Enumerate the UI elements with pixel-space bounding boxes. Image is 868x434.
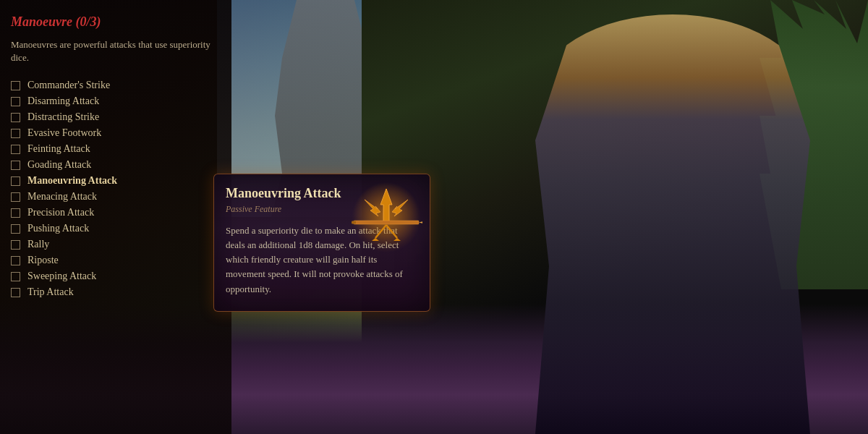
- manoeuvre-item-riposte[interactable]: Riposte: [11, 252, 221, 268]
- manoeuvre-item-precision-attack[interactable]: Precision Attack: [11, 205, 221, 221]
- manoeuvre-item-commanders-strike[interactable]: Commander's Strike: [11, 77, 221, 93]
- manoeuvre-list: Commander's StrikeDisarming AttackDistra…: [11, 77, 221, 300]
- checkbox-trip-attack[interactable]: [11, 288, 20, 297]
- label-sweeping-attack: Sweeping Attack: [27, 271, 96, 282]
- checkbox-evasive-footwork[interactable]: [11, 129, 20, 138]
- label-commanders-strike: Commander's Strike: [27, 80, 110, 91]
- checkbox-disarming-attack[interactable]: [11, 97, 20, 106]
- label-distracting-strike: Distracting Strike: [27, 111, 99, 123]
- left-panel: Manoeuvre (0/3) Manoeuvres are powerful …: [0, 0, 231, 434]
- checkbox-menacing-attack[interactable]: [11, 192, 20, 202]
- label-trip-attack: Trip Attack: [27, 286, 74, 298]
- manoeuvre-item-feinting-attack[interactable]: Feinting Attack: [11, 141, 221, 157]
- label-precision-attack: Precision Attack: [27, 207, 94, 218]
- checkbox-sweeping-attack[interactable]: [11, 272, 20, 281]
- manoeuvre-item-manoeuvring-attack[interactable]: Manoeuvring Attack: [11, 173, 221, 189]
- panel-description: Manoeuvres are powerful attacks that use…: [11, 38, 221, 64]
- svg-rect-6: [352, 221, 356, 224]
- tooltip-popup: Manoeuvring Attack Passive Feature Spend…: [213, 174, 430, 312]
- checkbox-goading-attack[interactable]: [11, 161, 20, 170]
- label-riposte: Riposte: [27, 255, 59, 266]
- manoeuvre-item-rally[interactable]: Rally: [11, 237, 221, 252]
- label-manoeuvring-attack: Manoeuvring Attack: [27, 175, 117, 187]
- checkbox-commanders-strike[interactable]: [11, 81, 20, 90]
- checkbox-manoeuvring-attack[interactable]: [11, 176, 20, 186]
- label-rally: Rally: [27, 239, 49, 250]
- checkbox-precision-attack[interactable]: [11, 208, 20, 218]
- checkbox-feinting-attack[interactable]: [11, 145, 20, 154]
- label-feinting-attack: Feinting Attack: [27, 143, 90, 155]
- manoeuvre-item-pushing-attack[interactable]: Pushing Attack: [11, 221, 221, 237]
- manoeuvre-item-sweeping-attack[interactable]: Sweeping Attack: [11, 268, 221, 284]
- svg-rect-4: [354, 221, 419, 224]
- manoeuvring-attack-icon: [350, 182, 422, 254]
- checkbox-riposte[interactable]: [11, 256, 20, 265]
- manoeuvre-item-trip-attack[interactable]: Trip Attack: [11, 284, 221, 300]
- label-menacing-attack: Menacing Attack: [27, 191, 97, 203]
- label-goading-attack: Goading Attack: [27, 159, 91, 171]
- checkbox-distracting-strike[interactable]: [11, 113, 20, 122]
- label-evasive-footwork: Evasive Footwork: [27, 127, 101, 139]
- label-pushing-attack: Pushing Attack: [27, 223, 89, 234]
- manoeuvre-item-evasive-footwork[interactable]: Evasive Footwork: [11, 125, 221, 141]
- character-body: [535, 14, 810, 434]
- manoeuvre-item-menacing-attack[interactable]: Menacing Attack: [11, 189, 221, 205]
- checkbox-rally[interactable]: [11, 240, 20, 250]
- manoeuvre-item-goading-attack[interactable]: Goading Attack: [11, 157, 221, 173]
- panel-title: Manoeuvre (0/3): [11, 14, 221, 30]
- manoeuvre-item-disarming-attack[interactable]: Disarming Attack: [11, 93, 221, 109]
- tooltip-icon-area: [350, 182, 422, 254]
- manoeuvre-item-distracting-strike[interactable]: Distracting Strike: [11, 109, 221, 125]
- checkbox-pushing-attack[interactable]: [11, 224, 20, 234]
- label-disarming-attack: Disarming Attack: [27, 95, 99, 107]
